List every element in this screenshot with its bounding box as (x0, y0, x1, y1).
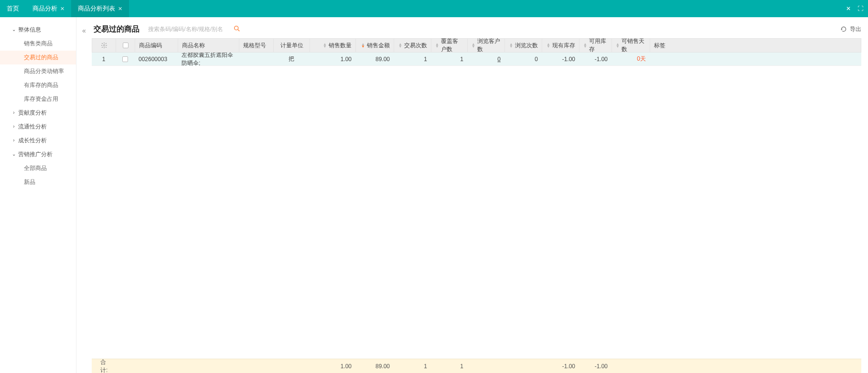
column-settings[interactable] (92, 39, 116, 52)
cell-tag (650, 53, 861, 65)
collapse-sidebar-button[interactable]: « (82, 27, 92, 36)
footer-amt: 89.00 (355, 359, 394, 373)
column-astk[interactable]: ▲▼可用库存 (579, 39, 612, 52)
sidebar-item-sales-products[interactable]: 销售类商品 (0, 37, 76, 51)
column-days[interactable]: ▲▼可销售天数 (612, 39, 650, 52)
footer-brcnt (504, 359, 542, 373)
cell-cust: 1 (431, 53, 467, 65)
sort-icon: ▲▼ (509, 43, 513, 48)
footer-qty: 1.00 (310, 359, 355, 373)
svg-line-1 (238, 30, 239, 31)
footer-trx: 1 (394, 359, 431, 373)
table-body: 1 002600003 左都胶囊五折遮阳伞防晒伞; 把 1.00 89.00 1… (92, 53, 861, 359)
footer-stk: -1.00 (542, 359, 579, 373)
search-wrap (145, 24, 241, 34)
cell-days: 0天 (611, 53, 650, 65)
sort-icon: ▲▼ (616, 43, 620, 48)
column-spec[interactable]: 规格型号 (239, 39, 274, 52)
table-footer: 合计: 1.00 89.00 1 1 -1.00 -1.00 (92, 359, 861, 373)
sidebar-item-instock-products[interactable]: 有库存的商品 (0, 78, 76, 92)
sidebar-group-contribution[interactable]: › 贡献度分析 (0, 106, 76, 120)
footer-cust: 1 (431, 359, 467, 373)
layout: ⌄ 整体信息 销售类商品 交易过的商品 商品分类动销率 有库存的商品 库存资金占… (0, 17, 868, 373)
main: 交易过的商品 导出 商品编码 商品名称 规格型号 计量单位 (85, 17, 868, 373)
column-checkbox[interactable] (116, 39, 135, 52)
cell-unit: 把 (273, 53, 310, 65)
tab-product-analysis-list[interactable]: 商品分析列表 ✕ (71, 0, 129, 17)
close-icon[interactable]: ✕ (118, 6, 122, 12)
column-stk[interactable]: ▲▼现有库存 (542, 39, 579, 52)
chevron-right-icon: › (11, 110, 16, 115)
footer-brws (467, 359, 504, 373)
sidebar-item-category-turnover[interactable]: 商品分类动销率 (0, 64, 76, 78)
tab-home[interactable]: 首页 (0, 0, 26, 17)
column-cust[interactable]: ▲▼覆盖客户数 (431, 39, 468, 52)
column-qty[interactable]: ▲▼销售数量 (310, 39, 356, 52)
tab-label: 商品分析列表 (78, 4, 115, 13)
sidebar-group-label: 流通性分析 (18, 123, 47, 131)
footer-label: 合计: (92, 359, 116, 373)
sort-icon: ▲▼ (398, 43, 402, 48)
sidebar-group-liquidity[interactable]: › 流通性分析 (0, 120, 76, 134)
tab-product-analysis[interactable]: 商品分析 ✕ (26, 0, 71, 17)
cell-brws[interactable]: 0 (467, 53, 504, 65)
column-unit[interactable]: 计量单位 (274, 39, 310, 52)
sort-icon: ▲▼ (472, 43, 475, 48)
sort-icon: ▲▼ (323, 43, 327, 48)
sidebar-group-overview[interactable]: ⌄ 整体信息 (0, 23, 76, 37)
tabbar-actions: ✕ ⛶ (841, 0, 868, 17)
cell-amt: 89.00 (355, 53, 394, 65)
cell-index: 1 (92, 53, 116, 65)
column-tag[interactable]: 标签 (650, 39, 861, 52)
close-icon[interactable]: ✕ (60, 6, 64, 12)
sidebar-group-label: 贡献度分析 (18, 109, 47, 117)
chevron-right-icon: › (11, 124, 16, 129)
checkbox-icon (122, 56, 128, 62)
sort-icon: ▲▼ (547, 43, 550, 48)
sort-icon: ▲▼ (583, 43, 587, 48)
sidebar-item-stock-capital[interactable]: 库存资金占用 (0, 92, 76, 106)
sidebar-group-label: 营销推广分析 (18, 150, 53, 159)
fullscreen-icon[interactable]: ⛶ (857, 5, 863, 12)
sidebar-item-traded-products[interactable]: 交易过的商品 (0, 51, 76, 64)
column-trx[interactable]: ▲▼交易次数 (394, 39, 431, 52)
export-button[interactable]: 导出 (840, 25, 861, 33)
tab-bar: 首页 商品分析 ✕ 商品分析列表 ✕ ✕ ⛶ (0, 0, 868, 17)
table: 商品编码 商品名称 规格型号 计量单位 ▲▼销售数量 ▲▼销售金额 ▲▼交易次数… (85, 38, 868, 373)
cell-spec (239, 53, 273, 65)
sidebar-group-label: 整体信息 (18, 26, 41, 34)
column-code[interactable]: 商品编码 (135, 39, 178, 52)
gear-icon (101, 42, 107, 49)
cell-astk: -1.00 (579, 53, 611, 65)
search-input[interactable] (145, 24, 231, 34)
sidebar-item-all-products[interactable]: 全部商品 (0, 161, 76, 175)
export-label: 导出 (850, 25, 861, 33)
cell-qty: 1.00 (310, 53, 355, 65)
sort-icon: ▲▼ (435, 43, 439, 48)
title-bar: 交易过的商品 导出 (85, 17, 868, 38)
sidebar-group-marketing[interactable]: ⌄ 营销推广分析 (0, 148, 76, 161)
column-name[interactable]: 商品名称 (178, 39, 239, 52)
tab-label: 首页 (7, 4, 19, 13)
column-amt[interactable]: ▲▼销售金额 (356, 39, 394, 52)
cell-brcnt: 0 (504, 53, 542, 65)
footer-astk: -1.00 (579, 359, 611, 373)
sidebar-item-new-products[interactable]: 新品 (0, 175, 76, 189)
cell-trx: 1 (394, 53, 431, 65)
close-all-icon[interactable]: ✕ (846, 5, 851, 12)
cell-checkbox[interactable] (116, 53, 135, 65)
column-brcnt[interactable]: ▲▼浏览次数 (505, 39, 542, 52)
sort-icon: ▲▼ (361, 43, 365, 48)
footer-days (611, 359, 650, 373)
cell-code: 002600003 (135, 53, 178, 65)
cell-name: 左都胶囊五折遮阳伞防晒伞; (178, 53, 239, 65)
svg-point-0 (235, 26, 238, 30)
column-brws[interactable]: ▲▼浏览客户数 (468, 39, 505, 52)
table-row[interactable]: 1 002600003 左都胶囊五折遮阳伞防晒伞; 把 1.00 89.00 1… (92, 53, 861, 66)
checkbox-icon (123, 43, 129, 48)
sidebar: ⌄ 整体信息 销售类商品 交易过的商品 商品分类动销率 有库存的商品 库存资金占… (0, 17, 76, 373)
chevron-down-icon: ⌄ (11, 151, 16, 157)
sidebar-group-growth[interactable]: › 成长性分析 (0, 134, 76, 148)
search-icon[interactable] (233, 25, 241, 34)
sidebar-group-label: 成长性分析 (18, 137, 47, 145)
